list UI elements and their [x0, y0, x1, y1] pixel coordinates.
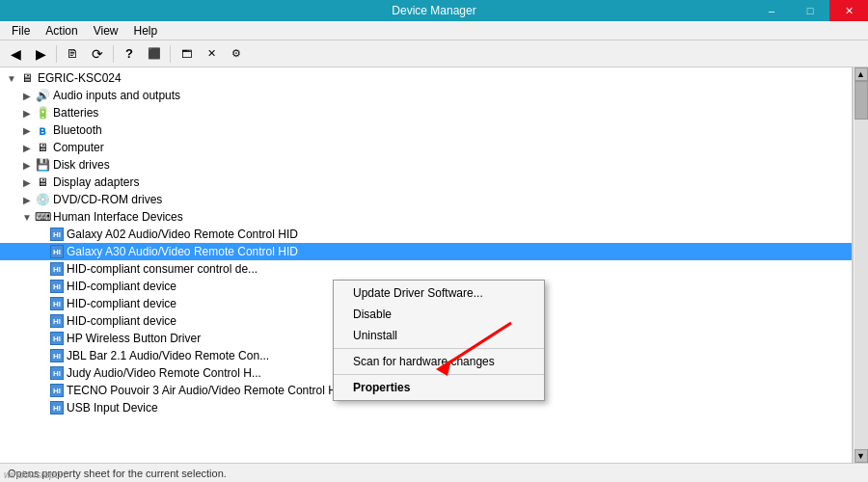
judy-icon: HI — [50, 366, 64, 380]
batteries-label: Batteries — [53, 106, 98, 120]
tree-diskdrives[interactable]: ▶ 💾 Disk drives — [0, 156, 852, 174]
galaxy-a30-label: Galaxy A30 Audio/Video Remote Control HI… — [67, 245, 298, 258]
main-content: ▼ 🖥 EGRIC-KSC024 ▶ 🔊 Audio inputs and ou… — [0, 67, 868, 463]
more-button[interactable]: ⚙ — [225, 43, 248, 65]
hp-wireless-icon: HI — [50, 332, 64, 345]
remove-button[interactable]: ✕ — [200, 43, 223, 65]
root-label: EGRIC-KSC024 — [38, 71, 122, 85]
audio-icon: 🔊 — [35, 88, 50, 103]
diskdrives-label: Disk drives — [53, 158, 110, 172]
tree-galaxy-a30[interactable]: HI Galaxy A30 Audio/Video Remote Control… — [0, 243, 852, 260]
hid-compliant-1-label: HID-compliant device — [67, 280, 176, 293]
expand-root[interactable]: ▼ — [4, 70, 19, 86]
hid-compliant-2-label: HID-compliant device — [67, 297, 176, 310]
close-button[interactable]: ✕ — [829, 0, 868, 21]
tree-audio[interactable]: ▶ 🔊 Audio inputs and outputs — [0, 87, 852, 104]
computer-sm-icon: 🖥 — [35, 140, 50, 155]
menu-bar: File Action View Help — [0, 21, 868, 40]
usb-input-icon: HI — [50, 401, 64, 415]
hp-wireless-label: HP Wireless Button Driver — [67, 332, 201, 345]
display-label: Display adapters — [53, 175, 139, 189]
properties-button[interactable]: 🖹 — [61, 43, 84, 65]
status-bar: Opens property sheet for the current sel… — [0, 463, 868, 482]
hid-label: Human Interface Devices — [53, 210, 183, 224]
tree-usb-input[interactable]: HI USB Input Device — [0, 399, 852, 416]
dvd-label: DVD/CD-ROM drives — [53, 193, 162, 206]
expand-batteries[interactable]: ▶ — [19, 105, 35, 120]
computer-label: Computer — [53, 141, 104, 154]
toolbar-separator-3 — [170, 45, 171, 63]
tree-batteries[interactable]: ▶ 🔋 Batteries — [0, 104, 852, 121]
tree-bluetooth[interactable]: ▶ ʙ Bluetooth — [0, 121, 852, 139]
hid-compliant-3-label: HID-compliant device — [67, 314, 176, 328]
hid-compliant-3-icon: HI — [50, 314, 64, 328]
scroll-track — [854, 81, 868, 449]
tree-hid[interactable]: ▼ ⌨ Human Interface Devices — [0, 208, 852, 226]
minimize-button[interactable]: – — [752, 0, 791, 21]
title-bar: Device Manager – □ ✕ — [0, 0, 868, 21]
galaxy-a02-label: Galaxy A02 Audio/Video Remote Control HI… — [67, 228, 298, 241]
jbl-label: JBL Bar 2.1 Audio/Video Remote Con... — [67, 349, 269, 362]
window-title: Device Manager — [392, 4, 475, 17]
usb-input-label: USB Input Device — [67, 401, 158, 415]
tree-display[interactable]: ▶ 🖥 Display adapters — [0, 174, 852, 191]
maximize-button[interactable]: □ — [791, 0, 829, 21]
tree-computer[interactable]: ▶ 🖥 Computer — [0, 139, 852, 156]
device-tree[interactable]: ▼ 🖥 EGRIC-KSC024 ▶ 🔊 Audio inputs and ou… — [0, 67, 853, 463]
add-button[interactable]: 🗔 — [175, 43, 198, 65]
expand-bluetooth[interactable]: ▶ — [19, 122, 35, 138]
dvd-icon: 💿 — [35, 192, 50, 207]
scrollbar[interactable]: ▲ ▼ — [853, 67, 868, 463]
hid-consumer-icon: HI — [50, 262, 64, 276]
display-icon: 🖥 — [35, 174, 50, 190]
scroll-down[interactable]: ▼ — [854, 449, 868, 463]
hid-device-icon-a02: HI — [50, 228, 64, 241]
toolbar-separator-1 — [56, 45, 57, 63]
scan-button[interactable]: ⬛ — [143, 43, 166, 65]
toolbar-separator-2 — [113, 45, 114, 63]
expand-display[interactable]: ▶ — [19, 174, 35, 190]
tecno-icon: HI — [50, 384, 64, 397]
tree-root[interactable]: ▼ 🖥 EGRIC-KSC024 — [0, 69, 852, 87]
tree-galaxy-a02[interactable]: HI Galaxy A02 Audio/Video Remote Control… — [0, 226, 852, 243]
scroll-thumb[interactable] — [854, 81, 868, 120]
jbl-icon: HI — [50, 349, 64, 362]
tree-dvd[interactable]: ▶ 💿 DVD/CD-ROM drives — [0, 191, 852, 208]
judy-label: Judy Audio/Video Remote Control H... — [67, 366, 261, 380]
expand-disk[interactable]: ▶ — [19, 157, 35, 173]
bluetooth-icon: ʙ — [35, 122, 50, 138]
forward-button[interactable]: ▶ — [29, 43, 52, 65]
svg-line-0 — [444, 323, 511, 366]
context-update-driver[interactable]: Update Driver Software... — [334, 282, 544, 304]
audio-label: Audio inputs and outputs — [53, 89, 180, 102]
menu-help[interactable]: Help — [126, 22, 166, 40]
window-controls: – □ ✕ — [752, 0, 868, 21]
menu-file[interactable]: File — [4, 22, 38, 40]
hid-compliant-1-icon: HI — [50, 280, 64, 293]
watermark: windowsreport — [4, 469, 66, 480]
hid-consumer-label: HID-compliant consumer control de... — [67, 262, 258, 276]
menu-action[interactable]: Action — [38, 22, 85, 40]
tree-hid-consumer[interactable]: HI HID-compliant consumer control de... — [0, 260, 852, 278]
disk-icon: 💾 — [35, 157, 50, 173]
arrow-indicator — [415, 313, 530, 393]
hid-icon: ⌨ — [35, 209, 50, 225]
bluetooth-label: Bluetooth — [53, 123, 102, 137]
expand-audio[interactable]: ▶ — [19, 88, 35, 103]
back-button[interactable]: ◀ — [4, 43, 27, 65]
expand-galaxy-a02 — [35, 227, 50, 242]
svg-marker-1 — [436, 360, 451, 376]
help-button[interactable]: ? — [118, 43, 141, 65]
computer-icon: 🖥 — [19, 70, 35, 86]
battery-icon: 🔋 — [35, 105, 50, 120]
menu-view[interactable]: View — [86, 22, 126, 40]
hid-device-icon-a30: HI — [50, 245, 64, 258]
hid-compliant-2-icon: HI — [50, 297, 64, 310]
scroll-up[interactable]: ▲ — [854, 67, 868, 81]
expand-dvd[interactable]: ▶ — [19, 192, 35, 207]
expand-computer[interactable]: ▶ — [19, 140, 35, 155]
refresh-button[interactable]: ⟳ — [86, 43, 109, 65]
expand-galaxy-a30 — [35, 244, 50, 259]
expand-hid[interactable]: ▼ — [19, 209, 35, 225]
tecno-label: TECNO Pouvoir 3 Air Audio/Video Remote C… — [67, 384, 348, 397]
